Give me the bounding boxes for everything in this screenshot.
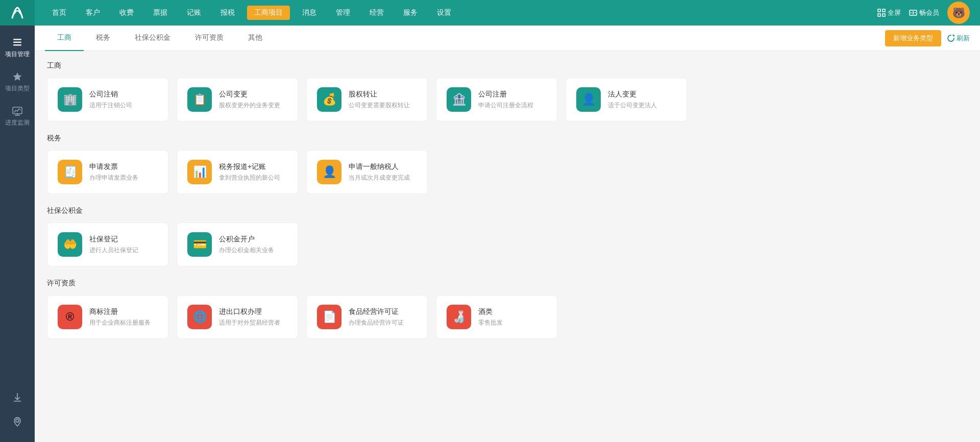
svg-rect-1 — [883, 9, 885, 12]
nav-item-管理[interactable]: 管理 — [329, 6, 357, 20]
nav-item-报税[interactable]: 报税 — [213, 6, 242, 20]
card-text: 公司变更股权变更外的业务变更 — [219, 90, 287, 110]
service-card[interactable]: 📊税务报道+记账拿到营业执照的新公司 — [177, 150, 298, 194]
tab-其他[interactable]: 其他 — [236, 26, 275, 51]
card-text: 酒类零售批发 — [478, 307, 547, 327]
logo[interactable] — [0, 0, 35, 26]
card-desc: 适用于注销公司 — [89, 101, 158, 110]
sidebar: 项目管理 项目类型 进度监测 — [0, 26, 35, 442]
card-desc: 进行人员社保登记 — [89, 246, 158, 255]
sidebar-bottom — [0, 387, 35, 442]
sidebar-location-icon[interactable] — [0, 411, 35, 432]
nav-item-票据[interactable]: 票据 — [146, 6, 175, 20]
tabs-right: 新增业务类型 刷新 — [885, 30, 970, 46]
fullscreen-btn[interactable]: 全屏 — [877, 8, 901, 17]
nav-item-客户[interactable]: 客户 — [79, 6, 107, 20]
sidebar-item-progress-monitor[interactable]: 进度监测 — [0, 99, 35, 133]
card-title: 税务报道+记账 — [219, 162, 287, 171]
card-text: 社保登记进行人员社保登记 — [89, 235, 158, 255]
card-text: 法人变更适于公司变更法人 — [608, 90, 676, 110]
card-title: 公司变更 — [219, 90, 287, 99]
sidebar-download-icon[interactable] — [0, 387, 35, 407]
card-icon: 🤲 — [58, 232, 82, 257]
service-card[interactable]: 👤法人变更适于公司变更法人 — [566, 78, 687, 121]
card-icon: 🏦 — [447, 87, 471, 112]
sidebar-label-project-mgmt: 项目管理 — [5, 50, 30, 59]
svg-rect-9 — [13, 42, 21, 43]
card-desc: 当月或次月成变更完成 — [349, 174, 417, 182]
card-desc: 公司变更需要股权转让 — [349, 101, 417, 110]
service-card[interactable]: 📄食品经营许可证办理食品经营许可证 — [306, 295, 428, 339]
card-text: 食品经营许可证办理食品经营许可证 — [349, 307, 417, 327]
section-title: 许可资质 — [47, 279, 968, 288]
nav-item-服务[interactable]: 服务 — [396, 6, 425, 20]
top-navigation: 首页客户收费票据记账报税工商项目消息管理经营服务设置 全屏 畅会员 🐻 — [0, 0, 980, 26]
service-card[interactable]: 🌐进出口权办理适用于对外贸易经营者 — [177, 295, 298, 339]
content-area: 工商税务社保公积金许可资质其他 新增业务类型 刷新 工商🏢公司注销适用于注销公司… — [35, 26, 980, 442]
tab-工商[interactable]: 工商 — [45, 26, 84, 51]
service-card[interactable]: 🍶酒类零售批发 — [436, 295, 557, 339]
svg-rect-2 — [878, 14, 880, 16]
card-title: 申请一般纳税人 — [349, 162, 417, 171]
card-text: 公司注销适用于注销公司 — [89, 90, 158, 110]
card-text: 税务报道+记账拿到营业执照的新公司 — [219, 162, 287, 182]
tab-税务[interactable]: 税务 — [84, 26, 122, 51]
service-card[interactable]: 🏦公司注册申请公司注册全流程 — [436, 78, 557, 121]
card-icon: 🧾 — [58, 160, 82, 184]
service-card[interactable]: 📋公司变更股权变更外的业务变更 — [177, 78, 298, 121]
service-card[interactable]: ®商标注册用于企业商标注册服务 — [47, 295, 168, 339]
card-text: 进出口权办理适用于对外贸易经营者 — [219, 307, 287, 327]
card-desc: 适用于对外贸易经营者 — [219, 318, 287, 327]
sidebar-item-project-mgmt[interactable]: 项目管理 — [0, 31, 35, 65]
tabs-bar: 工商税务社保公积金许可资质其他 新增业务类型 刷新 — [35, 26, 980, 51]
vip-btn[interactable]: 畅会员 — [909, 8, 939, 17]
service-card[interactable]: 💰股权转让公司变更需要股权转让 — [306, 78, 428, 121]
sidebar-label-progress-monitor: 进度监测 — [5, 118, 30, 127]
nav-item-工商项目[interactable]: 工商项目 — [247, 6, 290, 20]
card-icon: 💰 — [317, 87, 341, 112]
card-text: 公积金开户办理公积金相关业务 — [219, 235, 287, 255]
card-icon: 📄 — [317, 305, 341, 329]
content-scroll[interactable]: 工商🏢公司注销适用于注销公司📋公司变更股权变更外的业务变更💰股权转让公司变更需要… — [35, 51, 980, 442]
mascot-avatar[interactable]: 🐻 — [947, 2, 970, 24]
tab-许可资质[interactable]: 许可资质 — [183, 26, 236, 51]
section-title: 社保公积金 — [47, 206, 968, 215]
tab-社保公积金[interactable]: 社保公积金 — [122, 26, 183, 51]
card-desc: 拿到营业执照的新公司 — [219, 174, 287, 182]
service-card[interactable]: 💳公积金开户办理公积金相关业务 — [177, 223, 298, 266]
card-icon: 🍶 — [447, 305, 471, 329]
tabs-left: 工商税务社保公积金许可资质其他 — [45, 26, 275, 51]
cards-grid: 🧾申请发票办理申请发票业务📊税务报道+记账拿到营业执照的新公司👤申请一般纳税人当… — [47, 150, 968, 194]
section-税务: 税务🧾申请发票办理申请发票业务📊税务报道+记账拿到营业执照的新公司👤申请一般纳税… — [47, 134, 968, 194]
card-icon: 👤 — [576, 87, 601, 112]
sidebar-item-project-type[interactable]: 项目类型 — [0, 65, 35, 99]
nav-item-收费[interactable]: 收费 — [112, 6, 141, 20]
service-card[interactable]: 👤申请一般纳税人当月或次月成变更完成 — [306, 150, 428, 194]
nav-item-设置[interactable]: 设置 — [430, 6, 458, 20]
card-text: 公司注册申请公司注册全流程 — [478, 90, 547, 110]
card-icon: 🌐 — [187, 305, 212, 329]
card-desc: 适于公司变更法人 — [608, 101, 676, 110]
section-社保公积金: 社保公积金🤲社保登记进行人员社保登记💳公积金开户办理公积金相关业务 — [47, 206, 968, 266]
vip-label: 畅会员 — [919, 8, 939, 17]
nav-item-消息[interactable]: 消息 — [295, 6, 324, 20]
card-desc: 零售批发 — [478, 318, 547, 327]
new-type-button[interactable]: 新增业务类型 — [885, 30, 941, 46]
nav-item-经营[interactable]: 经营 — [362, 6, 391, 20]
card-icon: 💳 — [187, 232, 212, 257]
card-title: 公积金开户 — [219, 235, 287, 244]
service-card[interactable]: 🧾申请发票办理申请发票业务 — [47, 150, 168, 194]
service-card[interactable]: 🏢公司注销适用于注销公司 — [47, 78, 168, 121]
cards-grid: 🤲社保登记进行人员社保登记💳公积金开户办理公积金相关业务 — [47, 223, 968, 266]
svg-rect-3 — [883, 14, 885, 16]
main-layout: 项目管理 项目类型 进度监测 — [0, 26, 980, 442]
cards-grid: 🏢公司注销适用于注销公司📋公司变更股权变更外的业务变更💰股权转让公司变更需要股权… — [47, 78, 968, 121]
fullscreen-label: 全屏 — [888, 8, 901, 17]
nav-item-记账[interactable]: 记账 — [180, 6, 208, 20]
service-card[interactable]: 🤲社保登记进行人员社保登记 — [47, 223, 168, 266]
section-title: 工商 — [47, 61, 968, 70]
card-text: 股权转让公司变更需要股权转让 — [349, 90, 417, 110]
svg-rect-8 — [13, 39, 21, 40]
refresh-button[interactable]: 刷新 — [947, 34, 970, 43]
nav-item-首页[interactable]: 首页 — [45, 6, 74, 20]
